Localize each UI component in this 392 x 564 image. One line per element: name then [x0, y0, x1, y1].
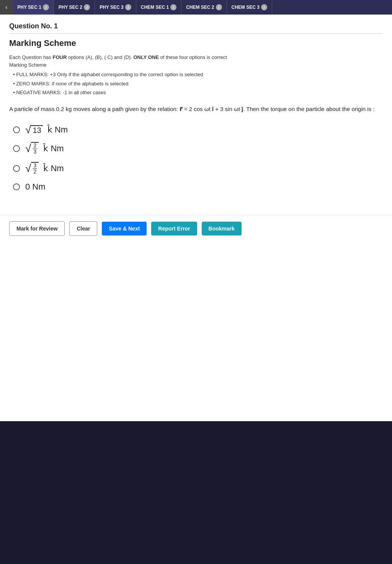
info-icon-chem-sec-2: i	[216, 4, 222, 10]
back-button[interactable]: ‹	[0, 0, 13, 15]
radio-b[interactable]	[13, 145, 20, 152]
tab-chem-sec-3-label: CHEM SEC 3	[232, 5, 260, 10]
info-icon-phy-sec-1: i	[43, 4, 49, 10]
option-d-label: 0 Nm	[25, 182, 46, 192]
tab-phy-sec-1-label: PHY SEC 1	[17, 5, 41, 10]
dark-background-area	[0, 421, 392, 563]
tab-chem-sec-2[interactable]: CHEM SEC 2 i	[181, 0, 227, 15]
option-b[interactable]: √ 2 3 k̂ Nm	[13, 142, 383, 155]
save-next-button[interactable]: Save & Next	[102, 222, 147, 235]
info-icon-phy-sec-3: i	[125, 4, 131, 10]
option-d[interactable]: 0 Nm	[13, 182, 383, 192]
info-icon-phy-sec-2: i	[84, 4, 90, 10]
tab-bar: ‹ PHY SEC 1 i PHY SEC 2 i PHY SEC 3 i CH…	[0, 0, 392, 15]
marking-scheme-description: Each Question has FOUR options (A), (B),…	[9, 54, 383, 69]
sqrt-13-wrapper: √13	[25, 124, 43, 135]
tab-phy-sec-3[interactable]: PHY SEC 3 i	[95, 0, 136, 15]
radio-a[interactable]	[13, 126, 20, 133]
marking-point-3: NEGATIVE MARKS: -1 in all other cases	[13, 89, 383, 96]
option-a[interactable]: √13 k̂ Nm	[13, 124, 383, 135]
info-icon-chem-sec-1: i	[170, 4, 176, 10]
tab-phy-sec-1[interactable]: PHY SEC 1 i	[13, 0, 54, 15]
marking-point-1: FULL MARKS: +3 Only if the alphabet corr…	[13, 71, 383, 78]
tab-chem-sec-1[interactable]: CHEM SEC 1 i	[136, 0, 181, 15]
tab-chem-sec-1-label: CHEM SEC 1	[141, 5, 169, 10]
info-icon-chem-sec-3: i	[261, 4, 267, 10]
tab-chem-sec-3[interactable]: CHEM SEC 3 i	[227, 0, 272, 15]
sqrt-2-3-wrapper: √ 2 3	[25, 142, 39, 155]
tab-phy-sec-3-label: PHY SEC 3	[100, 5, 123, 10]
marking-point-2: ZERO MARKS: if none of the alphabets is …	[13, 80, 383, 88]
marking-scheme-title: Marking Scheme	[9, 38, 383, 48]
content-area: Question No. 1 Marking Scheme Each Quest…	[0, 15, 392, 215]
option-c[interactable]: √ 3 2 k̂ Nm	[13, 162, 383, 175]
mark-review-button[interactable]: Mark for Review	[9, 221, 65, 236]
bookmark-button[interactable]: Bookmark	[202, 222, 242, 235]
option-c-label: √ 3 2 k̂ Nm	[25, 162, 64, 175]
radio-c[interactable]	[13, 165, 20, 172]
clear-button[interactable]: Clear	[69, 221, 97, 236]
tab-chem-sec-2-label: CHEM SEC 2	[186, 5, 214, 10]
marking-scheme-label: Marking Scheme	[9, 62, 47, 68]
radio-d[interactable]	[13, 183, 20, 190]
tab-phy-sec-2[interactable]: PHY SEC 2 i	[54, 0, 95, 15]
option-b-label: √ 2 3 k̂ Nm	[25, 142, 64, 155]
options-container: √13 k̂ Nm √ 2 3	[9, 124, 383, 192]
report-error-button[interactable]: Report Error	[151, 222, 197, 235]
question-text: A particle of mass 0.2 kg moves along a …	[9, 104, 383, 114]
back-icon: ‹	[5, 4, 7, 11]
option-a-label: √13 k̂ Nm	[25, 124, 68, 135]
bottom-action-bar: Mark for Review Clear Save & Next Report…	[0, 215, 392, 242]
question-number: Question No. 1	[9, 22, 383, 34]
sqrt-3-2-wrapper: √ 3 2	[25, 162, 39, 175]
tab-phy-sec-2-label: PHY SEC 2	[59, 5, 82, 10]
marking-points-list: FULL MARKS: +3 Only if the alphabet corr…	[9, 71, 383, 96]
